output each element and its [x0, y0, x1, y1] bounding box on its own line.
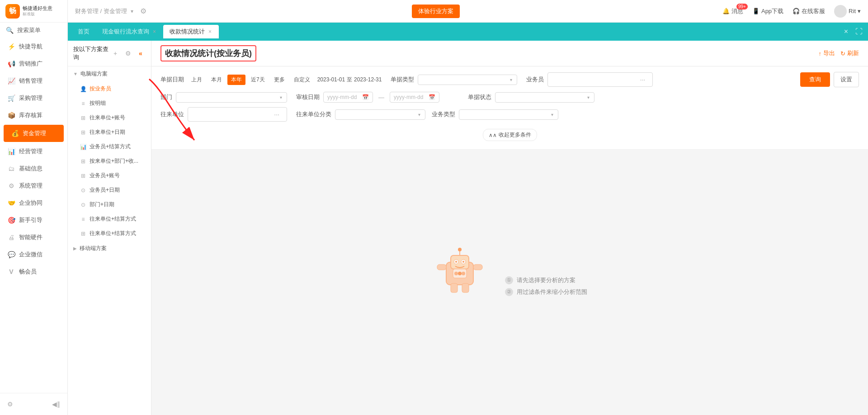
doc-type-field: 单据类型 ▾ — [391, 75, 517, 85]
sidebar-item-sales[interactable]: 📈 销售管理 — [0, 72, 67, 90]
tab-home[interactable]: 首页 — [71, 25, 96, 38]
sidebar-item-enterprise[interactable]: 🤝 企业协同 — [0, 194, 67, 212]
sidebar-item-marketing[interactable]: 📢 营销推广 — [0, 55, 67, 72]
date-last7-btn[interactable]: 近7天 — [247, 75, 269, 85]
topbar: 财务管理 / 资金管理 ▾ ⚙ 体验行业方案 🔔 消息 99+ 📱 App下载 … — [68, 0, 868, 23]
refresh-btn[interactable]: ↻ 刷新 — [840, 49, 859, 57]
filter-item-unit-settle1[interactable]: ≡ 往来单位+结算方式 — [70, 212, 149, 226]
unit-account-icon: ⊞ — [80, 114, 87, 122]
user-menu[interactable]: Rit ▾ — [834, 5, 861, 18]
trial-btn[interactable]: 体验行业方案 — [412, 5, 460, 18]
sidebar-search-menu[interactable]: 🔍 搜索菜单 — [0, 23, 67, 38]
sidebar-item-quicknav[interactable]: ⚡ 快捷导航 — [0, 38, 67, 55]
sidebar-collapse-btn[interactable]: ◀‖ — [50, 399, 62, 410]
filter-header-actions: + ⚙ « — [110, 48, 146, 58]
sidebar-label-system: 系统管理 — [19, 182, 42, 190]
tab-bank-close-icon[interactable]: × — [152, 28, 157, 36]
unit-category-select[interactable]: ▾ — [335, 109, 425, 120]
filter-mobile-section[interactable]: ▶ 移动端方案 — [68, 241, 151, 256]
sidebar-label-inventory: 库存核算 — [19, 111, 42, 119]
tab-bank[interactable]: 现金银行流水查询 × — [96, 25, 163, 38]
dept-date-icon: ⊙ — [80, 201, 87, 208]
audit-date-to[interactable]: yyyy-mm-dd 📅 — [390, 92, 439, 103]
sidebar-item-wechat[interactable]: 💬 企业微信 — [0, 246, 67, 263]
unit-settle2-icon: ⊞ — [80, 230, 87, 237]
unit-more-icon[interactable]: ··· — [271, 110, 282, 119]
biz-type-select[interactable]: ▾ — [459, 109, 558, 120]
tab-bar: 首页 现金银行流水查询 × 收款情况统计 × × ⛶ — [68, 23, 868, 41]
unit-account-label: 往来单位+账号 — [90, 114, 125, 122]
filter-item-unit-account[interactable]: ⊞ 往来单位+账号 — [70, 111, 149, 125]
calendar-icon2: 📅 — [429, 94, 435, 100]
tab-receipt[interactable]: 收款情况统计 × — [163, 25, 219, 38]
filter-item-salesperson[interactable]: 👤 按业务员 — [70, 82, 149, 96]
unit-settle1-icon: ≡ — [80, 216, 87, 223]
filter-pc-section[interactable]: ▼ 电脑端方案 — [68, 66, 151, 81]
svg-rect-1 — [451, 255, 469, 269]
sidebar-item-vip[interactable]: V 畅会员 — [0, 263, 67, 280]
sidebar-item-purchase[interactable]: 🛒 采购管理 — [0, 90, 67, 107]
dept-select[interactable]: ▾ — [176, 92, 287, 103]
unit-select[interactable]: ··· — [188, 107, 287, 122]
sidebar-settings-btn[interactable]: ⚙ — [5, 399, 15, 410]
sidebar-item-basic[interactable]: 🗂 基础信息 — [0, 160, 67, 177]
filter-item-salesperson-settle[interactable]: 📊 业务员+结算方式 — [70, 140, 149, 154]
biz-type-label: 业务类型 — [432, 110, 455, 118]
date-last-month-btn[interactable]: 上月 — [188, 75, 206, 85]
sidebar-label-enterprise: 企业协同 — [19, 199, 42, 207]
salesperson-select[interactable]: ··· — [547, 72, 653, 87]
collapse-btn[interactable]: ∧∧ 收起更多条件 — [483, 129, 537, 141]
vip-icon: V — [7, 268, 15, 276]
date-this-month-btn[interactable]: 本月 — [208, 75, 226, 85]
svg-point-5 — [462, 261, 464, 263]
message-btn[interactable]: 🔔 消息 99+ — [722, 7, 743, 15]
doc-status-select[interactable]: ▾ — [495, 92, 594, 103]
filter-item-unit-settle2[interactable]: ⊞ 往来单位+结算方式 — [70, 226, 149, 241]
user-name: Rit — [849, 8, 856, 14]
sidebar-item-hardware[interactable]: 🖨 智能硬件 — [0, 229, 67, 246]
sidebar-item-finance[interactable]: 💰 资金管理 — [4, 125, 64, 142]
audit-date-from[interactable]: yyyy-mm-dd 📅 — [323, 92, 373, 103]
query-btn[interactable]: 查询 — [800, 72, 830, 87]
filter-item-salesperson-date[interactable]: ⊙ 业务员+日期 — [70, 183, 149, 197]
service-label: 在线客服 — [802, 7, 825, 15]
date-this-year-btn[interactable]: 本年 — [227, 75, 245, 85]
breadcrumb: 财务管理 / 资金管理 — [75, 7, 127, 15]
date-more-btn[interactable]: 更多 — [270, 75, 288, 85]
filter-item-unit-dept[interactable]: ⊞ 按来单位+部门+收... — [70, 154, 149, 168]
filter-item-salesperson-account[interactable]: ⊞ 业务员+账号 — [70, 169, 149, 183]
sidebar-item-inventory[interactable]: 📦 库存核算 — [0, 107, 67, 124]
sidebar-item-operation[interactable]: 📊 经营管理 — [0, 143, 67, 160]
filter-collapse-btn[interactable]: « — [136, 48, 146, 58]
salesperson-date-label: 业务员+日期 — [90, 186, 120, 194]
date-custom-btn[interactable]: 自定义 — [290, 75, 314, 85]
breadcrumb-chevron-icon[interactable]: ▾ — [131, 8, 133, 14]
export-btn[interactable]: ↑ 导出 — [819, 49, 835, 57]
page-header: 收款情况统计(按业务员) ↑ 导出 ↻ 刷新 — [151, 41, 868, 66]
online-service-btn[interactable]: 🎧 在线客服 — [793, 7, 825, 15]
app-download-btn[interactable]: 📱 App下载 — [752, 7, 783, 15]
sidebar-item-system[interactable]: ⚙ 系统管理 — [0, 177, 67, 194]
doc-type-select[interactable]: ▾ — [418, 75, 517, 85]
window-maximize-btn[interactable]: ⛶ — [854, 26, 864, 38]
detail-icon: ≡ — [80, 100, 87, 107]
empty-tip-2: ② 用过滤条件来缩小分析范围 — [505, 288, 587, 296]
dept-date-label: 部门+日期 — [90, 201, 114, 208]
calendar-icon: 📅 — [362, 94, 369, 100]
settings-btn[interactable]: 设置 — [834, 72, 859, 87]
filter-item-dept-date[interactable]: ⊙ 部门+日期 — [70, 198, 149, 212]
topbar-settings-icon[interactable]: ⚙ — [137, 5, 150, 18]
filter-item-detail[interactable]: ≡ 按明细 — [70, 96, 149, 110]
unit-label: 往来单位 — [160, 110, 184, 118]
filter-item-unit-date[interactable]: ⊞ 往来单位+日期 — [70, 125, 149, 139]
salesperson-more-icon[interactable]: ··· — [637, 75, 648, 84]
sidebar-label-hardware: 智能硬件 — [19, 233, 42, 241]
biz-type-field: 业务类型 ▾ — [432, 109, 558, 120]
tab-receipt-close-icon[interactable]: × — [208, 28, 212, 36]
logo-text: 畅捷通好生意 — [23, 5, 52, 11]
filter-settings-btn[interactable]: ⚙ — [123, 48, 133, 58]
sidebar-item-newguide[interactable]: 🎯 新手引导 — [0, 212, 67, 229]
wechat-icon: 💬 — [7, 250, 15, 259]
filter-add-btn[interactable]: + — [110, 48, 120, 58]
window-close-btn[interactable]: × — [842, 26, 850, 38]
